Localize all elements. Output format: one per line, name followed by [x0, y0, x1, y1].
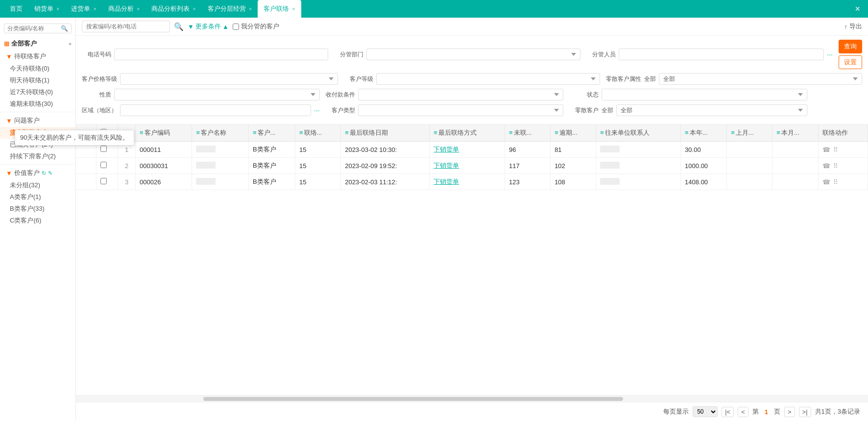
row-checkbox-input[interactable] [100, 178, 107, 184]
close-icon[interactable]: × [56, 6, 59, 12]
more-filter-button[interactable]: ▼ 更多条件 ▲ [188, 22, 229, 31]
close-icon[interactable]: × [249, 6, 252, 12]
next-page-button[interactable]: > [784, 407, 795, 417]
row-code: 000011 [136, 142, 192, 158]
filter-select-price-level[interactable] [120, 73, 338, 85]
region-more-icon[interactable]: ··· [314, 106, 320, 114]
sidebar-item-tomorrow[interactable]: 明天待联络(1) [0, 74, 75, 86]
search-button[interactable]: 🔍 [174, 22, 184, 31]
row-code: 00030031 [136, 158, 192, 174]
sidebar-item-today[interactable]: 今天待联络(0) [0, 63, 75, 74]
refresh-icon[interactable]: ↻ [42, 170, 46, 176]
col-uncontact[interactable]: ≡未联... [505, 124, 550, 142]
action-more-icon[interactable]: ⠿ [833, 162, 838, 170]
col-type[interactable]: ≡客户... [248, 124, 295, 142]
row-checkbox-input[interactable] [100, 162, 107, 168]
edit-icon[interactable]: ✎ [48, 170, 52, 176]
settings-button[interactable]: 设置 [839, 55, 862, 69]
col-last-month[interactable]: ≡上月... [727, 124, 772, 142]
row-num: 2 [118, 158, 136, 174]
action-phone-icon[interactable]: ☎ [822, 178, 830, 186]
page-unit: 页 [774, 407, 780, 416]
export-button[interactable]: ↑ 导出 [844, 22, 863, 31]
my-customer-checkbox-label[interactable]: 我分管的客户 [233, 22, 279, 31]
first-page-button[interactable]: |< [722, 407, 734, 417]
sidebar-search-input[interactable] [7, 25, 61, 32]
filter-label-scatter: 零散客户 [569, 106, 599, 115]
row-overdue: 108 [551, 174, 596, 190]
sidebar-section-problem[interactable]: ▼ 问题客户 [0, 114, 75, 127]
row-last-way[interactable]: 下销货单 [430, 174, 505, 190]
filter-label-price-level: 客户价格等级 [82, 75, 117, 83]
row-type: B类客户 [248, 158, 295, 174]
sidebar-item-ungroup[interactable]: 未分组(32) [0, 179, 75, 191]
close-icon[interactable]: × [193, 6, 195, 12]
action-more-icon[interactable]: ⠿ [833, 178, 838, 186]
nav-tab-home[interactable]: 首页 [4, 0, 28, 18]
per-page-select[interactable]: 50 100 200 [693, 406, 718, 417]
filter-select-scatter-attr[interactable]: 全部 [659, 73, 862, 85]
nav-tab-purchase[interactable]: 进货单 × [65, 0, 102, 18]
my-customer-checkbox[interactable] [233, 24, 239, 30]
filter-select-customer-type[interactable] [358, 104, 564, 116]
filter-select-status[interactable] [602, 89, 807, 100]
col-name[interactable]: ≡客户名称 [192, 124, 248, 142]
close-icon[interactable]: × [137, 6, 140, 12]
sidebar-item-overdue[interactable]: 逾期未联络(30) [0, 98, 75, 110]
filter-select-customer-level[interactable] [376, 73, 600, 85]
sidebar-item-class-c[interactable]: C类客户(6) [0, 215, 75, 226]
filter-item-customer-type: 客户类型 [326, 104, 564, 116]
nav-tab-analysis-list[interactable]: 商品分析列表 × [145, 0, 201, 18]
nav-tab-analysis[interactable]: 商品分析 × [102, 0, 145, 18]
sidebar-section-pending[interactable]: ▼ 待联络客户 [0, 50, 75, 63]
filter-input-phone[interactable] [114, 49, 328, 60]
nav-tab-customer-layers[interactable]: 客户分层经营 × [202, 0, 258, 18]
nav-tab-customer-contact[interactable]: 客户联络 × [258, 0, 301, 18]
col-last-way[interactable]: ≡最后联络方式 [430, 124, 505, 142]
sidebar-item-class-b[interactable]: B类客户(33) [0, 203, 75, 215]
filter-select-nature[interactable] [114, 89, 320, 100]
query-button[interactable]: 查询 [839, 40, 862, 53]
sidebar-section-value[interactable]: ▼ 价值客户 ↻ ✎ [0, 167, 75, 179]
content-area: 🔍 ▼ 更多条件 ▲ 我分管的客户 ↑ 导出 [76, 18, 868, 421]
last-page-button[interactable]: >| [799, 407, 811, 417]
col-this-year[interactable]: ≡本年... [681, 124, 727, 142]
caret-icon: ▲ [222, 23, 229, 30]
close-icon[interactable]: × [93, 6, 96, 12]
filter-select-scatter[interactable]: 全部 [616, 104, 807, 116]
close-icon[interactable]: × [292, 6, 295, 12]
col-contact[interactable]: ≡联络... [295, 124, 340, 142]
sidebar-item-7days[interactable]: 近7天待联络(0) [0, 86, 75, 98]
window-close-button[interactable]: × [851, 4, 864, 14]
filter-select-payment[interactable] [358, 89, 564, 100]
row-last-way[interactable]: 下销货单 [430, 158, 505, 174]
col-overdue[interactable]: ≡逾期... [551, 124, 596, 142]
sidebar-item-declining[interactable]: 持续下滑客户(2) [0, 150, 75, 162]
prev-page-button[interactable]: < [738, 407, 748, 417]
per-page-label: 每页显示 [663, 407, 689, 416]
col-unit-contact[interactable]: ≡往来单位联系人 [596, 124, 681, 142]
row-last-way[interactable]: 下销货单 [430, 142, 505, 158]
customer-table: ⚙ ≡客户编码 ≡客户名称 ≡客户... ≡联络... ≡最后联络日期 ≡最后联… [76, 124, 868, 190]
col-code[interactable]: ≡客户编码 [136, 124, 192, 142]
scrollbar-thumb[interactable] [203, 397, 623, 401]
action-phone-icon[interactable]: ☎ [822, 146, 830, 153]
more-icon[interactable]: ··· [827, 50, 833, 58]
col-last-date[interactable]: ≡最后联络日期 [341, 124, 430, 142]
filter-select-dept[interactable] [366, 49, 580, 60]
filter-input-region[interactable] [120, 104, 311, 116]
sidebar-item-class-a[interactable]: A类客户(1) [0, 191, 75, 203]
action-more-icon[interactable]: ⠿ [833, 146, 838, 153]
nav-tab-sales[interactable]: 销货单 × [28, 0, 65, 18]
row-checkbox-input[interactable] [100, 146, 107, 152]
horizontal-scrollbar[interactable] [76, 395, 868, 402]
search-input[interactable] [82, 21, 170, 32]
filter-input-person[interactable] [619, 49, 824, 60]
row-last-month [727, 158, 772, 174]
col-this-month[interactable]: ≡本月... [772, 124, 818, 142]
action-phone-icon[interactable]: ☎ [822, 162, 830, 170]
filter-label-payment: 收付款条件 [326, 91, 355, 99]
row-type: B类客户 [248, 142, 295, 158]
filter-item-nature: 性质 [82, 89, 320, 100]
sidebar-all-customers[interactable]: ⊞ 全部客户 « [0, 37, 75, 50]
